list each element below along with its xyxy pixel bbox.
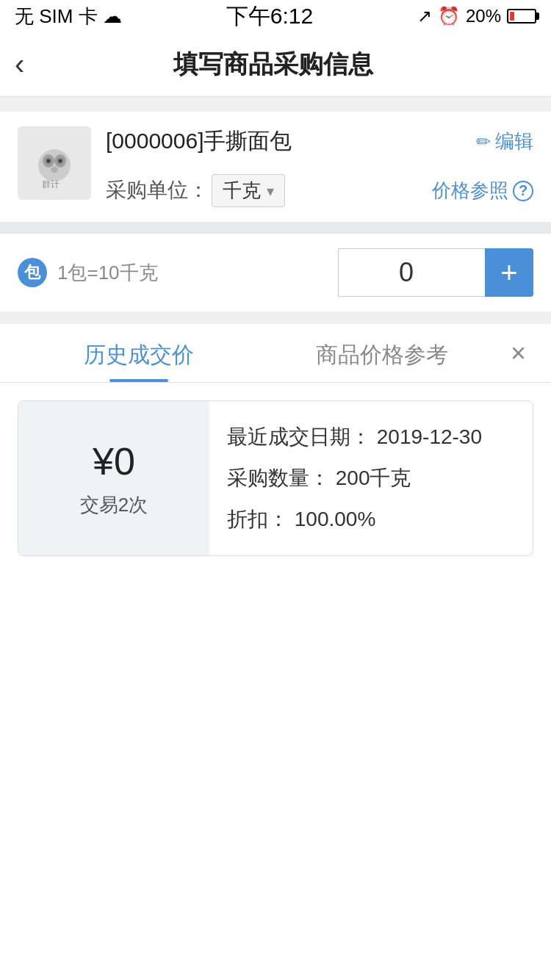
location-icon: ↗: [417, 6, 432, 26]
product-name: [0000006]手撕面包: [106, 126, 292, 156]
history-price: ¥0: [93, 439, 135, 483]
purchase-qty-label: 采购数量：: [227, 466, 330, 489]
quantity-label-group: 包 1包=10千克: [18, 258, 158, 287]
svg-point-0: [38, 149, 71, 181]
alarm-icon: ⏰: [438, 6, 460, 26]
status-carrier: 无 SIM 卡 ☁: [15, 4, 122, 29]
status-right: ↗ ⏰ 20%: [417, 6, 536, 26]
product-card: 群计 [0000006]手撕面包 ✏ 编辑 采购单位： 千克 ▾: [0, 112, 551, 222]
recent-date-label: 最近成交日期：: [227, 425, 371, 448]
product-thumbnail: 群计: [18, 126, 91, 200]
discount-value: 100.00%: [295, 508, 376, 530]
back-button[interactable]: ‹: [15, 48, 39, 81]
history-recent-date-row: 最近成交日期： 2019-12-30: [227, 423, 515, 451]
unit-select[interactable]: 千克 ▾: [212, 174, 285, 207]
bottom-panel: 历史成交价 商品价格参考 × ¥0 交易2次 最近成交日期： 2019-12-3…: [0, 324, 551, 574]
recent-date-value: 2019-12-30: [377, 425, 482, 448]
content-area: [0, 574, 551, 980]
unit-badge: 包: [18, 258, 47, 287]
history-discount-row: 折扣： 100.00%: [227, 505, 515, 533]
tab-bar: 历史成交价 商品价格参考 ×: [0, 324, 551, 383]
svg-point-7: [51, 167, 58, 173]
tab-product-price-ref[interactable]: 商品价格参考: [260, 324, 503, 382]
help-icon: ?: [513, 181, 533, 201]
price-ref-link[interactable]: 价格参照 ?: [432, 178, 533, 203]
svg-point-6: [59, 159, 62, 162]
section-divider: [0, 222, 551, 234]
unit-value: 千克: [223, 178, 261, 203]
status-bar: 无 SIM 卡 ☁ 下午6:12 ↗ ⏰ 20%: [0, 0, 551, 32]
edit-icon: ✏: [476, 131, 491, 152]
discount-label: 折扣：: [227, 508, 289, 530]
unit-label-group: 采购单位： 千克 ▾: [106, 174, 285, 207]
chevron-down-icon: ▾: [267, 182, 274, 200]
product-logo: 群计: [29, 137, 80, 189]
purchase-qty-value: 200千克: [336, 466, 411, 489]
history-card: ¥0 交易2次 最近成交日期： 2019-12-30 采购数量： 200千克 折…: [18, 400, 533, 556]
history-list: ¥0 交易2次 最近成交日期： 2019-12-30 采购数量： 200千克 折…: [0, 383, 551, 574]
history-card-left: ¥0 交易2次: [18, 401, 209, 555]
quantity-plus-button[interactable]: +: [485, 248, 533, 297]
history-trade-count: 交易2次: [80, 492, 148, 518]
quantity-row: 包 1包=10千克 +: [0, 234, 551, 312]
nav-bar: ‹ 填写商品采购信息: [0, 32, 551, 97]
status-time: 下午6:12: [226, 1, 313, 32]
svg-point-5: [47, 159, 50, 162]
product-info: [0000006]手撕面包 ✏ 编辑 采购单位： 千克 ▾ 价格参照 ?: [106, 126, 533, 207]
quantity-input[interactable]: [338, 248, 485, 297]
battery-icon: [507, 9, 536, 24]
conversion-label: 1包=10千克: [57, 260, 158, 286]
page-title: 填写商品采购信息: [39, 48, 507, 82]
tab-close-button[interactable]: ×: [503, 326, 533, 381]
edit-link[interactable]: ✏ 编辑: [476, 129, 533, 154]
tab-history-price[interactable]: 历史成交价: [18, 324, 260, 382]
quantity-input-group: +: [338, 248, 533, 297]
unit-label: 采购单位：: [106, 179, 209, 201]
battery-percent: 20%: [466, 6, 501, 26]
history-card-right: 最近成交日期： 2019-12-30 采购数量： 200千克 折扣： 100.0…: [209, 401, 533, 555]
svg-text:群计: 群计: [42, 179, 60, 189]
price-ref-label: 价格参照: [432, 178, 508, 203]
edit-label: 编辑: [495, 129, 533, 154]
history-purchase-qty-row: 采购数量： 200千克: [227, 464, 515, 492]
